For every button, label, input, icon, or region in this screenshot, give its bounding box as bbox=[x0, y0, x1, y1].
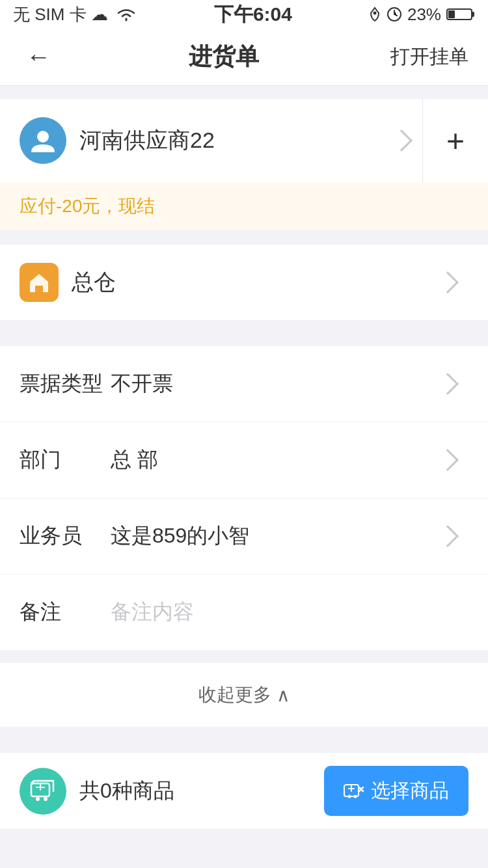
warehouse-icon bbox=[20, 263, 59, 302]
open-pending-button[interactable]: 打开挂单 bbox=[390, 44, 468, 70]
section-gap-3 bbox=[0, 320, 488, 333]
product-count: 共0种商品 bbox=[79, 777, 324, 806]
bottom-bar: 共0种商品 选择商品 bbox=[0, 753, 488, 829]
nav-bar: ← 进货单 打开挂单 bbox=[0, 29, 488, 86]
person-icon bbox=[29, 126, 57, 155]
svg-rect-4 bbox=[472, 12, 474, 17]
back-button[interactable]: ← bbox=[20, 36, 57, 77]
select-product-icon bbox=[344, 782, 364, 800]
page-title: 进货单 bbox=[189, 41, 259, 73]
status-time: 下午6:04 bbox=[214, 1, 292, 28]
chevron-right-icon bbox=[390, 129, 413, 152]
dept-value: 总 部 bbox=[111, 446, 427, 474]
invoice-value: 不开票 bbox=[111, 370, 427, 398]
section-gap-4 bbox=[0, 727, 488, 740]
salesperson-label: 业务员 bbox=[20, 522, 111, 550]
warehouse-chevron-icon bbox=[437, 271, 459, 293]
salesperson-chevron-icon bbox=[437, 525, 459, 547]
wifi-icon bbox=[115, 6, 138, 23]
salesperson-row[interactable]: 业务员 这是859的小智 bbox=[0, 498, 488, 575]
svg-point-0 bbox=[373, 12, 376, 15]
svg-rect-6 bbox=[35, 286, 43, 292]
notice-bar: 应付-20元，现结 bbox=[0, 182, 488, 230]
svg-point-5 bbox=[37, 131, 49, 142]
section-gap-1 bbox=[0, 86, 488, 99]
remark-label: 备注 bbox=[20, 598, 111, 627]
salesperson-value: 这是859的小智 bbox=[111, 522, 427, 550]
collapse-section[interactable]: 收起更多 ∧ bbox=[0, 663, 488, 727]
dept-label: 部门 bbox=[20, 446, 111, 474]
select-product-button[interactable]: 选择商品 bbox=[324, 766, 468, 816]
cart-icon bbox=[30, 780, 56, 803]
supplier-section: 河南供应商22 + bbox=[0, 99, 488, 182]
location-icon bbox=[368, 7, 381, 22]
status-left: 无 SIM 卡 ☁ bbox=[13, 3, 138, 26]
svg-point-12 bbox=[354, 794, 357, 798]
status-bar: 无 SIM 卡 ☁ 下午6:04 23% bbox=[0, 0, 488, 29]
svg-point-9 bbox=[44, 797, 47, 801]
svg-point-8 bbox=[36, 797, 40, 801]
svg-rect-3 bbox=[448, 10, 455, 18]
select-product-label: 选择商品 bbox=[371, 778, 449, 804]
collapse-arrow-icon: ∧ bbox=[277, 685, 290, 706]
invoice-label: 票据类型 bbox=[20, 370, 111, 398]
dept-chevron-icon bbox=[437, 449, 459, 471]
svg-point-11 bbox=[348, 794, 351, 798]
section-gap-2 bbox=[0, 230, 488, 243]
add-supplier-button[interactable]: + bbox=[423, 99, 488, 182]
cart-icon-wrap bbox=[20, 768, 66, 815]
home-icon bbox=[27, 270, 51, 295]
collapse-text: 收起更多 bbox=[198, 683, 271, 707]
sim-label: 无 SIM 卡 ☁ bbox=[13, 3, 108, 26]
warehouse-name: 总仓 bbox=[72, 267, 427, 297]
supplier-selector[interactable]: 河南供应商22 bbox=[0, 99, 423, 182]
battery-text: 23% bbox=[407, 5, 441, 25]
supplier-name: 河南供应商22 bbox=[79, 126, 381, 156]
warehouse-section[interactable]: 总仓 bbox=[0, 245, 488, 320]
remark-row[interactable]: 备注 备注内容 bbox=[0, 575, 488, 650]
form-section: 票据类型 不开票 部门 总 部 业务员 这是859的小智 备注 备注内容 bbox=[0, 346, 488, 650]
department-row[interactable]: 部门 总 部 bbox=[0, 422, 488, 498]
invoice-chevron-icon bbox=[437, 373, 459, 395]
invoice-type-row[interactable]: 票据类型 不开票 bbox=[0, 346, 488, 422]
remark-input[interactable]: 备注内容 bbox=[111, 598, 468, 627]
clock-icon bbox=[386, 7, 402, 22]
battery-icon bbox=[446, 7, 475, 21]
status-right: 23% bbox=[368, 5, 475, 25]
notice-text: 应付-20元，现结 bbox=[20, 196, 155, 216]
supplier-avatar bbox=[20, 117, 66, 164]
